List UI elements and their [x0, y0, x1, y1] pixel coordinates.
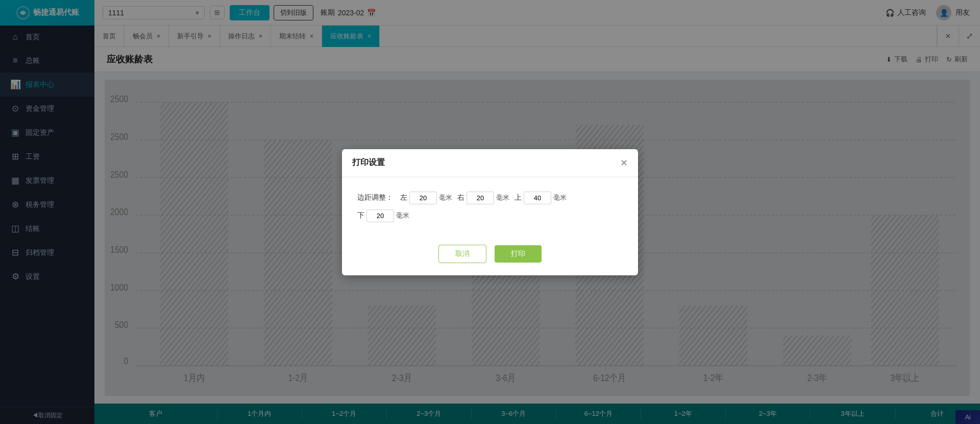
dialog-overlay[interactable]: 打印设置 ✕ 边距调整： 左 毫米 右 毫米 上 毫米 [0, 0, 980, 424]
bottom-margin-group: 下 毫米 [357, 209, 409, 222]
right-margin-input[interactable] [467, 192, 494, 204]
top-margin-group: 上 毫米 [514, 192, 567, 204]
margin-label: 边距调整： [357, 193, 393, 202]
top-margin-input[interactable] [524, 192, 551, 204]
top-label: 上 [514, 193, 522, 202]
dialog-footer: 取消 打印 [342, 237, 638, 275]
left-unit: 毫米 [439, 193, 452, 202]
right-unit: 毫米 [496, 193, 509, 202]
bottom-label: 下 [357, 211, 364, 220]
bottom-unit: 毫米 [396, 211, 409, 220]
dialog-body: 边距调整： 左 毫米 右 毫米 上 毫米 下 [342, 177, 638, 237]
left-margin-group: 左 毫米 [400, 192, 452, 204]
bottom-margin-input[interactable] [366, 209, 394, 222]
dialog-header: 打印设置 ✕ [342, 149, 638, 177]
left-label: 左 [400, 193, 407, 202]
print-settings-dialog: 打印设置 ✕ 边距调整： 左 毫米 右 毫米 上 毫米 [342, 149, 638, 275]
right-label: 右 [457, 193, 464, 202]
print-confirm-button[interactable]: 打印 [495, 245, 542, 263]
left-margin-input[interactable] [409, 192, 437, 204]
right-margin-group: 右 毫米 [457, 192, 509, 204]
dialog-close-button[interactable]: ✕ [620, 157, 628, 169]
cancel-button[interactable]: 取消 [438, 245, 486, 263]
dialog-title: 打印设置 [352, 157, 385, 168]
top-unit: 毫米 [553, 193, 567, 202]
margin-row: 边距调整： 左 毫米 右 毫米 上 毫米 下 [357, 192, 623, 222]
